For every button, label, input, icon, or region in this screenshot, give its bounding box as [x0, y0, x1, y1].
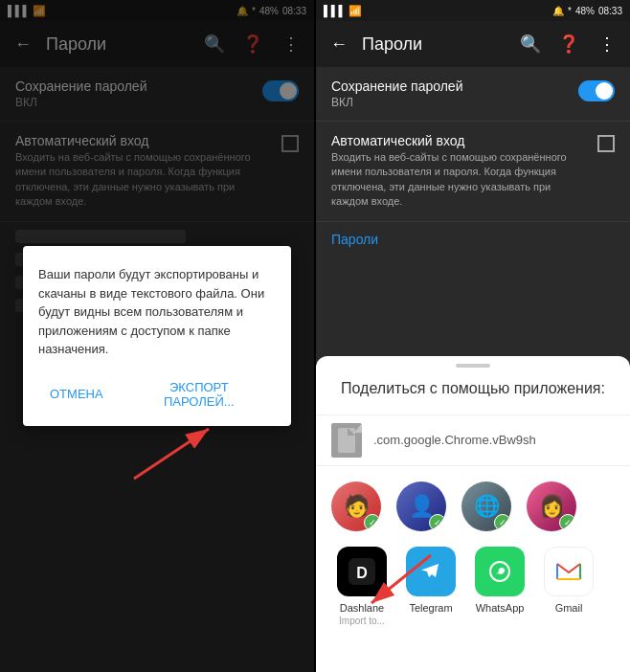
dashlane-subname: Import to... — [339, 616, 385, 626]
telegram-icon — [406, 547, 456, 596]
avatar-badge-4: ✓ — [559, 514, 576, 531]
avatar-item-3[interactable]: 🌐 ✓ — [461, 482, 511, 531]
dashlane-name: Dashlane — [340, 602, 384, 614]
avatar-badge-1: ✓ — [364, 514, 381, 531]
telegram-name: Telegram — [409, 602, 452, 614]
left-panel: ▌▌▌ 📶 🔔 * 48% 08:33 ← Пароли 🔍 ❓ ⋮ Сохра… — [0, 0, 314, 672]
file-icon — [331, 423, 362, 458]
svg-text:D: D — [356, 565, 368, 581]
status-right-right: 🔔 * 48% 08:33 — [552, 6, 622, 16]
share-file-row: .com.google.Chrome.vBw9sh — [316, 414, 630, 466]
more-button-right[interactable]: ⋮ — [592, 29, 622, 59]
app-item-whatsapp[interactable]: WhatsApp — [469, 547, 530, 626]
dashlane-icon: D — [337, 547, 387, 596]
signal-icon-right: ▌▌▌ — [324, 5, 346, 16]
whatsapp-name: WhatsApp — [476, 602, 525, 614]
export-button[interactable]: Экспорт паролей... — [123, 374, 276, 414]
share-apps: D Dashlane Import to... Telegram — [316, 539, 630, 641]
avatar-item-1[interactable]: 🧑 ✓ — [331, 482, 381, 531]
avatar-circle-3: 🌐 ✓ — [461, 482, 511, 531]
export-dialog: Ваши пароли будут экспортированы и скача… — [23, 246, 291, 426]
save-passwords-title-right: Сохранение паролей — [331, 78, 571, 94]
auto-login-checkbox-right[interactable] — [597, 135, 615, 152]
avatar-circle-1: 🧑 ✓ — [331, 482, 381, 531]
auto-login-title-right: Автоматический вход — [331, 133, 590, 148]
status-bar-right: ▌▌▌ 📶 🔔 * 48% 08:33 — [316, 0, 630, 21]
right-panel: ▌▌▌ 📶 🔔 * 48% 08:33 ← Пароли 🔍 ❓ ⋮ Сохра… — [316, 0, 630, 672]
alarm-icon-right: 🔔 — [552, 6, 564, 16]
avatar-badge-2: ✓ — [429, 514, 446, 531]
save-passwords-status-right: ВКЛ — [331, 96, 571, 109]
app-item-dashlane[interactable]: D Dashlane Import to... — [331, 547, 393, 626]
passwords-link[interactable]: Пароли — [316, 222, 630, 257]
avatar-item-4[interactable]: 👩 ✓ — [527, 482, 576, 531]
app-item-telegram[interactable]: Telegram — [400, 547, 461, 626]
search-button-right[interactable]: 🔍 — [515, 29, 546, 59]
dialog-actions: Отмена Экспорт паролей... — [38, 374, 276, 414]
top-bar-right: ← Пароли 🔍 ❓ ⋮ — [316, 21, 630, 67]
share-sheet: Поделиться с помощью приложения: .com.go… — [316, 356, 630, 672]
bt-icon-right: * — [568, 6, 572, 16]
gmail-name: Gmail — [555, 602, 583, 614]
share-handle — [456, 364, 490, 368]
save-passwords-item-right: Сохранение паролей ВКЛ — [316, 67, 630, 122]
auto-login-desc-right: Входить на веб-сайты с помощью сохранённ… — [331, 150, 590, 210]
file-name: .com.google.Chrome.vBw9sh — [373, 433, 536, 447]
auto-login-item-right: Автоматический вход Входить на веб-сайты… — [316, 122, 630, 222]
share-avatars: 🧑 ✓ 👤 ✓ 🌐 ✓ 👩 ✓ — [316, 466, 630, 539]
battery-right: 48% — [575, 6, 595, 16]
cancel-button[interactable]: Отмена — [38, 374, 115, 414]
whatsapp-icon — [475, 547, 525, 596]
wifi-icon-right: 📶 — [349, 5, 362, 17]
dialog-overlay: Ваши пароли будут экспортированы и скача… — [0, 0, 314, 672]
share-title: Поделиться с помощью приложения: — [316, 379, 630, 399]
avatar-circle-4: 👩 ✓ — [527, 482, 576, 531]
save-passwords-toggle-right[interactable] — [578, 80, 615, 101]
back-button-right[interactable]: ← — [324, 29, 354, 59]
help-button-right[interactable]: ❓ — [553, 29, 584, 59]
dialog-text: Ваши пароли будут экспортированы и скача… — [38, 265, 276, 359]
avatar-circle-2: 👤 ✓ — [396, 482, 446, 531]
svg-rect-2 — [338, 428, 355, 453]
app-item-gmail[interactable]: Gmail — [538, 547, 599, 626]
time-right: 08:33 — [598, 6, 622, 16]
avatar-badge-3: ✓ — [494, 514, 511, 531]
avatar-item-2[interactable]: 👤 ✓ — [396, 482, 446, 531]
gmail-icon — [544, 547, 594, 596]
page-title-right: Пароли — [362, 34, 507, 55]
signal-icons-right: ▌▌▌ 📶 — [324, 5, 362, 17]
